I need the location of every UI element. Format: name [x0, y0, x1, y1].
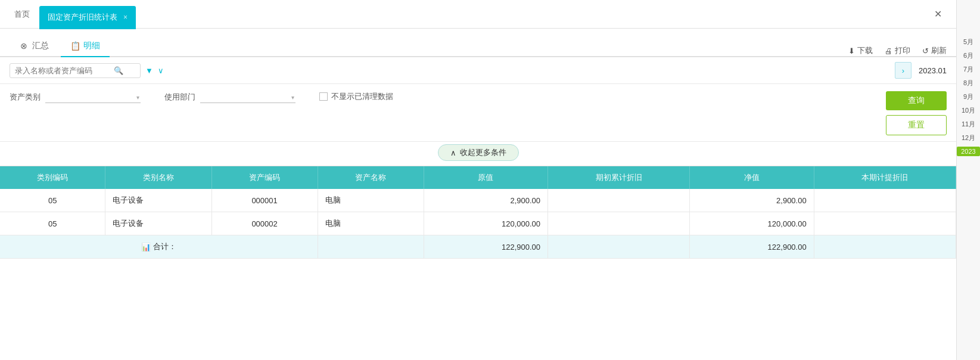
sidebar-month-item[interactable]: 5月: [957, 36, 980, 48]
col-current-depreciation: 本期计提折旧: [814, 166, 956, 189]
print-label: 打印: [895, 45, 910, 56]
asset-type-select[interactable]: [45, 91, 141, 103]
sidebar-month-item[interactable]: 6月: [957, 49, 980, 62]
detail-icon: 📋: [70, 41, 80, 51]
col-accumulated-depreciation: 期初累计折旧: [548, 166, 690, 189]
search-input-wrap[interactable]: 🔍: [10, 63, 141, 78]
department-field: 使用部门: [164, 91, 295, 103]
tab-summary-label: 汇总: [32, 41, 49, 51]
search-input[interactable]: [15, 66, 110, 75]
table-row: 05 电子设备 000002 电脑 120,000.00 120,000.00: [0, 212, 956, 235]
cell-original-value: 2,900.00: [424, 189, 547, 212]
right-sidebar: 5月6月7月8月9月10月11月12月2023: [956, 0, 980, 360]
refresh-label: 刷新: [931, 45, 947, 56]
date-label: 2023.01: [919, 66, 947, 75]
hide-cleared-field: 不显示已清理数据: [319, 91, 393, 102]
col-category-code: 类别编码: [0, 166, 105, 189]
reset-button[interactable]: 重置: [886, 115, 947, 135]
main-tab[interactable]: 固定资产折旧统计表 ×: [39, 6, 136, 29]
chevron-down-icon: ∨: [158, 66, 164, 75]
sidebar-month-item[interactable]: 12月: [957, 132, 980, 144]
print-icon: 🖨: [885, 46, 892, 55]
data-table: 类别编码 类别名称 资产编码 资产名称 原值 期初累计折旧 净值 本期计提折旧 …: [0, 166, 956, 259]
table-header-row: 类别编码 类别名称 资产编码 资产名称 原值 期初累计折旧 净值 本期计提折旧: [0, 166, 956, 189]
summary-original: 122,900.00: [424, 235, 547, 259]
tab-close-icon[interactable]: ×: [123, 13, 127, 21]
refresh-button[interactable]: ↺ 刷新: [922, 45, 947, 56]
cell-category-code: 05: [0, 189, 105, 212]
cell-category-name: 电子设备: [105, 212, 211, 235]
collapse-label: 收起更多条件: [460, 147, 506, 158]
collapse-icon: ∧: [450, 148, 456, 157]
tab-detail[interactable]: 📋 明细: [61, 36, 110, 57]
print-button[interactable]: 🖨 打印: [885, 45, 910, 56]
summary-net: 122,900.00: [690, 235, 814, 259]
search-icon: 🔍: [114, 66, 123, 75]
department-select[interactable]: [200, 91, 295, 103]
col-category-name: 类别名称: [105, 166, 211, 189]
summary-accumulated: [548, 235, 690, 259]
data-table-wrap: 类别编码 类别名称 资产编码 资产名称 原值 期初累计折旧 净值 本期计提折旧 …: [0, 166, 956, 360]
collapse-button[interactable]: ∧ 收起更多条件: [438, 144, 519, 161]
cell-asset-name: 电脑: [318, 189, 424, 212]
tab-title: 固定资产折旧统计表: [48, 12, 117, 23]
sidebar-month-item[interactable]: 7月: [957, 63, 980, 76]
download-label: 下载: [857, 45, 873, 56]
cell-category-name: 电子设备: [105, 189, 211, 212]
asset-type-label: 资产类别: [10, 92, 41, 103]
col-original-value: 原值: [424, 166, 547, 189]
table-row: 05 电子设备 000001 电脑 2,900.00 2,900.00: [0, 189, 956, 212]
tab-summary[interactable]: ⊗ 汇总: [10, 36, 58, 57]
summary-row: 📊 合计： 122,900.00 122,900.00: [0, 235, 956, 259]
tab-detail-label: 明细: [83, 41, 100, 51]
cell-asset-code: 000002: [211, 212, 318, 235]
sidebar-month-item[interactable]: 8月: [957, 77, 980, 89]
sidebar-month-item[interactable]: 11月: [957, 118, 980, 131]
summary-label-cell: 📊 合计：: [0, 235, 318, 259]
hide-cleared-checkbox-wrap[interactable]: 不显示已清理数据: [319, 91, 393, 102]
hide-cleared-checkbox[interactable]: [319, 92, 328, 101]
cell-category-code: 05: [0, 212, 105, 235]
collapse-bar: ∧ 收起更多条件: [0, 142, 956, 166]
hide-cleared-label: 不显示已清理数据: [331, 91, 393, 102]
summary-icon: ⊗: [19, 41, 29, 51]
sidebar-year-badge: 2023: [957, 147, 980, 156]
more-conditions-button[interactable]: ▼ ∨: [145, 66, 164, 75]
col-asset-code: 资产编码: [211, 166, 318, 189]
asset-type-field: 资产类别: [10, 91, 141, 103]
chevron-right-icon: ›: [902, 66, 904, 75]
summary-icon: 📊: [141, 243, 151, 252]
cell-current-depreciation: [814, 189, 956, 212]
cell-asset-name: 电脑: [318, 212, 424, 235]
col-net-value: 净值: [690, 166, 814, 189]
summary-current: [814, 235, 956, 259]
tab-bar: ⊗ 汇总 📋 明细 ⬇ 下载 🖨 打印 ↺ 刷新: [0, 29, 956, 57]
filter-icon: ▼: [145, 66, 153, 75]
cell-accumulated: [548, 212, 690, 235]
cell-net-value: 2,900.00: [690, 189, 814, 212]
summary-empty: [318, 235, 424, 259]
cell-original-value: 120,000.00: [424, 212, 547, 235]
cell-accumulated: [548, 189, 690, 212]
window-close-button[interactable]: ✕: [929, 6, 947, 22]
col-asset-name: 资产名称: [318, 166, 424, 189]
cell-net-value: 120,000.00: [690, 212, 814, 235]
sidebar-month-item[interactable]: 9月: [957, 91, 980, 103]
download-button[interactable]: ⬇ 下载: [848, 45, 873, 56]
refresh-icon: ↺: [922, 46, 929, 55]
cell-current-depreciation: [814, 212, 956, 235]
expand-right-button[interactable]: ›: [895, 62, 911, 79]
cell-asset-code: 000001: [211, 189, 318, 212]
sidebar-month-item[interactable]: 10月: [957, 104, 980, 117]
department-label: 使用部门: [164, 92, 195, 103]
summary-label-text: 合计：: [153, 241, 176, 252]
search-bar: 🔍 ▼ ∨ › 2023.01: [0, 57, 956, 84]
query-button[interactable]: 查询: [886, 91, 947, 110]
home-nav[interactable]: 首页: [10, 9, 35, 20]
download-icon: ⬇: [848, 46, 855, 55]
